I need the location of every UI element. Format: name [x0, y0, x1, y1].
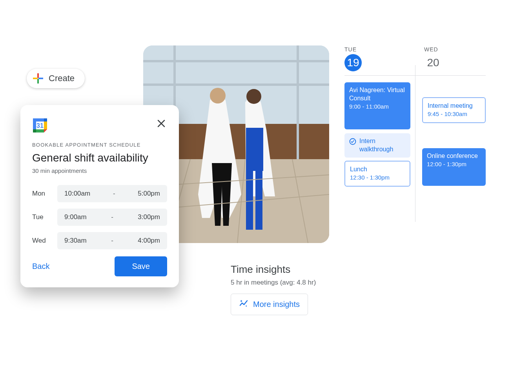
event-time: 9:45 - 10:30am	[428, 111, 467, 117]
day-header-wed: WED	[424, 46, 438, 53]
svg-rect-26	[36, 129, 44, 132]
event-online-conference[interactable]: Online conference 12:00 - 1:30pm	[422, 148, 486, 186]
svg-rect-25	[44, 122, 47, 129]
event-lunch[interactable]: Lunch 12:30 - 1:30pm	[344, 161, 410, 187]
svg-point-12	[246, 89, 261, 104]
svg-rect-13	[246, 128, 263, 171]
day-number-wed[interactable]: 20	[425, 56, 442, 69]
event-title: Internal meeting	[428, 102, 480, 110]
close-button[interactable]	[155, 118, 167, 131]
event-time: 9:00 - 11:00am	[349, 103, 389, 110]
event-time: 12:00 - 1:30pm	[427, 161, 466, 167]
time-range-input[interactable]: 9:00am - 3:00pm	[57, 209, 167, 226]
time-insights: Time insights 5 hr in meetings (avg: 4.8…	[231, 263, 316, 315]
day-label: Mon	[32, 190, 50, 198]
calendar-col-divider	[415, 65, 415, 222]
event-internal-meeting[interactable]: Internal meeting 9:45 - 10:30am	[422, 97, 486, 123]
event-time: 12:30 - 1:30pm	[350, 174, 390, 181]
svg-rect-27	[33, 129, 36, 132]
event-title: Intern walkthrough	[359, 137, 406, 154]
svg-rect-2	[33, 78, 38, 79]
check-circle-icon	[349, 138, 356, 147]
more-insights-button[interactable]: More insights	[231, 294, 308, 315]
svg-point-11	[210, 88, 226, 103]
event-intern-walkthrough[interactable]: Intern walkthrough	[344, 133, 410, 158]
event-avi-consult[interactable]: Avi Nagreen: Virtual Consult 9:00 - 11:0…	[344, 82, 410, 129]
start-time: 9:00am	[64, 213, 87, 221]
availability-row-tue: Tue 9:00am - 3:00pm	[32, 209, 167, 226]
start-time: 9:30am	[64, 237, 87, 245]
day-number-tue[interactable]: 19	[344, 54, 362, 71]
close-icon	[157, 119, 166, 128]
insights-icon	[239, 299, 248, 310]
event-title: Avi Nagreen: Virtual Consult	[349, 86, 406, 103]
svg-text:31: 31	[36, 122, 44, 129]
insights-subtitle: 5 hr in meetings (avg: 4.8 hr)	[231, 279, 316, 287]
availability-row-wed: Wed 9:30am - 4:00pm	[32, 232, 167, 249]
event-title: Lunch	[350, 165, 405, 174]
insights-title: Time insights	[231, 263, 316, 276]
svg-rect-0	[37, 73, 39, 78]
availability-rows: Mon 10:00am - 5:00pm Tue 9:00am - 3:00pm…	[32, 185, 167, 249]
time-range-input[interactable]: 10:00am - 5:00pm	[57, 185, 167, 202]
schedule-subtitle: 30 min appointments	[32, 167, 167, 174]
end-time: 4:00pm	[138, 237, 160, 245]
start-time: 10:00am	[64, 190, 90, 198]
dash: -	[111, 237, 113, 245]
svg-rect-3	[38, 78, 43, 79]
save-button[interactable]: Save	[115, 256, 167, 276]
schedule-eyebrow: BOOKABLE APPOINTMENT SCHEDULE	[32, 142, 167, 148]
svg-rect-23	[33, 118, 44, 122]
availability-row-mon: Mon 10:00am - 5:00pm	[32, 185, 167, 202]
calendar-app-icon: 31	[32, 118, 48, 133]
plus-icon	[33, 73, 43, 83]
end-time: 3:00pm	[138, 213, 160, 221]
time-range-input[interactable]: 9:30am - 4:00pm	[57, 232, 167, 249]
dash: -	[113, 190, 115, 198]
back-button[interactable]: Back	[32, 262, 49, 271]
schedule-card: 31 BOOKABLE APPOINTMENT SCHEDULE General…	[20, 105, 179, 287]
end-time: 5:00pm	[138, 190, 160, 198]
create-button[interactable]: Create	[27, 69, 85, 88]
calendar-mini: TUE WED 19 20 Avi Nagreen: Virtual Consu…	[344, 46, 486, 76]
more-insights-label: More insights	[253, 300, 300, 309]
event-title: Online conference	[427, 152, 481, 160]
day-label: Tue	[32, 213, 50, 221]
schedule-title: General shift availability	[32, 152, 167, 164]
svg-rect-1	[37, 79, 39, 83]
dash: -	[111, 213, 113, 221]
svg-rect-24	[44, 118, 47, 122]
create-label: Create	[49, 73, 75, 83]
day-header-tue: TUE	[344, 46, 357, 53]
day-label: Wed	[32, 237, 50, 245]
